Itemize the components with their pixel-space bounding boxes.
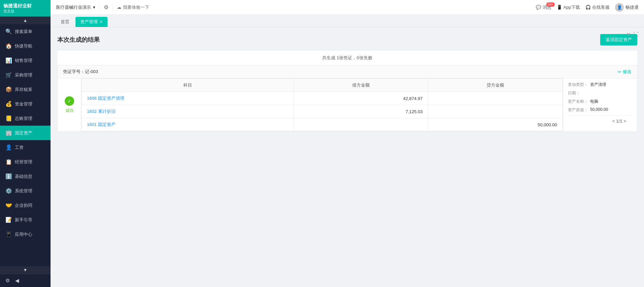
credit-cell [428,92,563,105]
sidebar-label-cooperation: 企业协同 [15,202,32,209]
debit-cell: 42,874.97 [294,92,428,105]
change-type-label: 变动类型： [568,82,588,88]
online-service-button[interactable]: 🎧 在线客服 [585,4,610,10]
sidebar-label-quick-nav: 快捷导航 [15,43,32,49]
edit-icon: ✏ [618,69,621,74]
sidebar-label-finance: 资金管理 [15,101,32,107]
sidebar-item-app-center[interactable]: 📱应用中心 [0,227,51,242]
info-original-value: 资产原值： 50,000.00 [568,107,632,113]
expand-panel-button[interactable]: ⛶ [633,31,639,38]
sidebar-label-inventory: 库存核算 [15,87,32,93]
tab-asset-mgmt-label: 资产管理 [80,19,98,25]
sidebar-label-sales: 销售管理 [15,58,32,64]
page-title-row: 本次生成的结果 返回固定资产 [57,34,637,45]
app-download-label: App下载 [563,4,580,10]
sidebar-label-app-center: 应用中心 [15,231,32,237]
sidebar-scroll-up[interactable]: ▲ [0,17,51,24]
checkmark-icon: ✓ [67,98,71,104]
sidebar-item-quick-nav[interactable]: 🏠快捷导航 [0,39,51,53]
sidebar-item-inventory[interactable]: 📦库存核算 [0,82,51,97]
sidebar-item-system[interactable]: ⚙️系统管理 [0,184,51,198]
pagination-prev[interactable]: < [611,119,616,124]
collapse-icon[interactable]: ◀ [15,278,19,284]
col-credit: 贷方金额 [428,79,563,92]
guide-icon: 📝 [5,217,12,223]
credit-cell: 50,000.00 [428,118,563,131]
sidebar-label-guide: 新手引导 [15,217,32,223]
basic-info-icon: ℹ️ [5,173,12,180]
subject-cell: 1606 固定资产清理 [82,92,294,105]
voucher-table: 科目 借方金额 贷方金额 1606 固定资产清理 42,874.97 1602 … [81,78,563,131]
col-debit: 借方金额 [294,79,428,92]
voucher-info-panel: 变动类型： 资产清理 日期： 资产名称： 电脑 资产原值： 50,000.00 [563,78,637,131]
payroll-icon: 👤 [5,144,12,151]
info-asset-name: 资产名称： 电脑 [568,99,632,104]
sidebar-label-system: 系统管理 [15,188,32,194]
status-check-icon: ✓ [65,96,74,106]
table-row: 1602 累计折旧 7,125.03 [82,105,563,118]
date-label: 日期： [568,90,580,96]
voucher-header: 凭证字号：记-003 ✏ 修改 [58,65,637,78]
debit-cell [294,118,428,131]
messages-button[interactable]: 💬 消息 99+ [536,4,551,10]
tab-home[interactable]: 首页 [56,17,74,27]
app-logo-subtitle: 普及版 [3,9,14,14]
sidebar-item-guide[interactable]: 📝新手引导 [0,213,51,227]
sidebar-item-operations[interactable]: 📋经营管理 [0,155,51,169]
sidebar-item-cooperation[interactable]: 🤝企业协同 [0,198,51,213]
edit-voucher-button[interactable]: ✏ 修改 [618,69,632,75]
close-panel-button[interactable]: ✕ [626,31,631,38]
tab-asset-mgmt-close[interactable]: ✕ [99,20,103,24]
sidebar-item-search[interactable]: 🔍搜索菜单 [0,24,51,39]
pagination-next[interactable]: > [622,119,627,124]
col-subject: 科目 [82,79,294,92]
sidebar-item-purchase[interactable]: 🛒采购管理 [0,68,51,82]
pagination: < 1/1 > [568,116,632,126]
avatar: 👤 [615,3,624,12]
sidebar-item-ledger[interactable]: 📒总账管理 [0,111,51,126]
experience-link[interactable]: ☁ 我要体验一下 [117,4,149,10]
finance-icon: 💰 [5,101,12,107]
asset-name-value: 电脑 [590,99,598,104]
info-date: 日期： [568,90,632,96]
pagination-current: 1/1 [616,119,622,124]
avatar-icon: 👤 [617,5,622,10]
page-content: ✕ ⛶ 本次生成的结果 返回固定资产 共生成 1张凭证，0张失败 凭证字号：记-… [51,27,644,287]
page-title: 本次生成的结果 [57,36,100,44]
sidebar-item-fixed-assets[interactable]: 🏢固定资产 [0,126,51,140]
sidebar: 畅捷通好业财 普及版 ▲ 🔍搜索菜单🏠快捷导航📊销售管理🛒采购管理📦库存核算💰资… [0,0,51,287]
sidebar-label-operations: 经营管理 [15,159,32,165]
subject-cell: 1602 累计折旧 [82,105,294,118]
service-icon: 🎧 [585,5,591,10]
tab-asset-mgmt[interactable]: 资产管理 ✕ [75,17,108,27]
topbar-right: 💬 消息 99+ 📱 App下载 🎧 在线客服 👤 畅捷通 [536,3,639,12]
main-content: 医疗器械行业演示 ▾ ⚙ ☁ 我要体验一下 💬 消息 99+ 📱 App下载 🎧… [51,0,644,287]
voucher-number: 凭证字号：记-003 [63,69,98,75]
settings-icon[interactable]: ⚙ [5,278,10,284]
topbar-divider1 [99,4,100,11]
sidebar-item-finance[interactable]: 💰资金管理 [0,97,51,111]
quick-nav-icon: 🏠 [5,43,12,49]
change-type-value: 资产清理 [590,82,606,88]
summary-text: 共生成 1张凭证，0张失败 [322,55,372,60]
sidebar-item-payroll[interactable]: 👤工资 [0,140,51,155]
topbar: 医疗器械行业演示 ▾ ⚙ ☁ 我要体验一下 💬 消息 99+ 📱 App下载 🎧… [51,0,644,15]
subject-cell: 1601 固定资产 [82,118,294,131]
user-menu[interactable]: 👤 畅捷通 [615,3,639,12]
experience-text: 我要体验一下 [123,4,149,10]
original-value-label: 资产原值： [568,107,588,113]
app-center-icon: 📱 [5,231,12,237]
company-name: 医疗器械行业演示 [56,4,91,10]
voucher-table-area: ✓ 成功 科目 借方金额 贷方金额 16 [58,78,637,131]
purchase-icon: 🛒 [5,72,12,78]
sidebar-scroll-down[interactable]: ▼ [0,266,51,274]
tabbar: 首页 资产管理 ✕ [51,15,644,27]
settings-gear-icon[interactable]: ⚙ [104,4,109,10]
company-selector[interactable]: 医疗器械行业演示 ▾ [56,4,95,10]
table-row: 1606 固定资产清理 42,874.97 [82,92,563,105]
sidebar-item-sales[interactable]: 📊销售管理 [0,53,51,68]
app-download-button[interactable]: 📱 App下载 [557,4,580,10]
ledger-icon: 📒 [5,115,12,122]
system-icon: ⚙️ [5,188,12,194]
sidebar-item-basic-info[interactable]: ℹ️基础信息 [0,169,51,184]
